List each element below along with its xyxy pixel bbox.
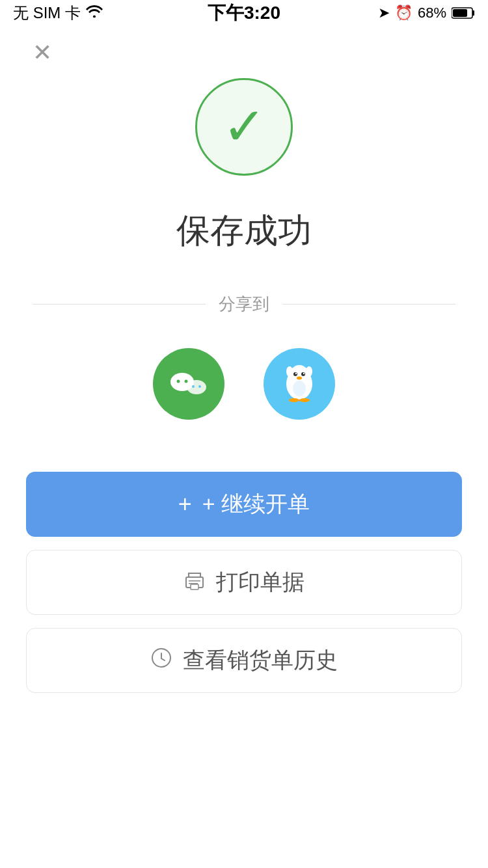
svg-point-7: [192, 385, 195, 388]
status-time: 下午3:20: [208, 1, 280, 25]
print-icon: [183, 570, 206, 595]
battery-text: 68%: [418, 5, 446, 21]
history-label: 查看销货单历史: [183, 645, 338, 675]
share-label: 分享到: [206, 293, 282, 316]
svg-point-20: [306, 366, 312, 377]
continue-label: + 继续开单: [202, 489, 310, 519]
divider-line-right: [282, 304, 455, 305]
status-left: 无 SIM 卡: [13, 3, 103, 23]
continue-plus-icon: +: [178, 491, 192, 518]
history-button[interactable]: 查看销货单历史: [26, 628, 462, 693]
qq-share-button[interactable]: [264, 348, 335, 420]
svg-point-5: [177, 380, 180, 383]
continue-button[interactable]: + + 继续开单: [26, 472, 462, 537]
svg-point-15: [297, 377, 302, 380]
svg-rect-1: [472, 10, 474, 16]
battery-icon: [452, 7, 475, 20]
svg-point-11: [293, 372, 297, 376]
wechat-share-button[interactable]: [153, 348, 224, 420]
status-bar: 无 SIM 卡 下午3:20 ➤ ⏰ 68%: [0, 0, 488, 26]
svg-point-13: [295, 373, 297, 374]
close-icon: ✕: [33, 41, 52, 64]
qq-icon: [280, 361, 319, 407]
svg-point-16: [293, 381, 306, 396]
share-section: 分享到: [0, 293, 488, 472]
history-icon: [150, 647, 172, 674]
svg-rect-24: [191, 584, 198, 590]
wifi-icon: [86, 5, 103, 21]
svg-point-6: [185, 380, 188, 383]
svg-point-18: [299, 398, 310, 402]
share-divider: 分享到: [33, 293, 455, 316]
success-title: 保存成功: [176, 208, 312, 254]
action-buttons: + + 继续开单 打印单据: [0, 472, 488, 693]
print-button[interactable]: 打印单据: [26, 550, 462, 615]
share-icons: [33, 348, 455, 420]
svg-point-12: [301, 372, 305, 376]
sim-text: 无 SIM 卡: [13, 3, 81, 23]
location-icon: ➤: [378, 5, 390, 21]
svg-rect-2: [453, 9, 467, 17]
wechat-icon: [166, 361, 211, 407]
success-circle: ✓: [195, 78, 293, 176]
svg-rect-22: [189, 580, 200, 582]
svg-point-17: [289, 398, 299, 402]
alarm-icon: ⏰: [395, 5, 413, 21]
svg-point-14: [303, 373, 305, 374]
divider-line-left: [33, 304, 206, 305]
svg-point-8: [198, 385, 201, 388]
main-content: ✓ 保存成功 分享到: [0, 26, 488, 693]
status-right: ➤ ⏰ 68%: [378, 5, 475, 21]
close-button[interactable]: ✕: [26, 36, 59, 69]
svg-point-19: [286, 366, 293, 377]
print-label: 打印单据: [216, 567, 305, 597]
checkmark-icon: ✓: [223, 101, 266, 153]
svg-point-4: [187, 380, 206, 394]
